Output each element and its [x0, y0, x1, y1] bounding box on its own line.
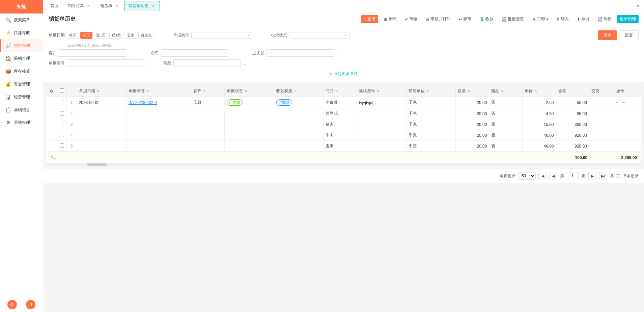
tab-bar: 首页 销售订单 ✕ 销货单 ✕ 销货单历史 ✕ ✕: [43, 0, 644, 12]
date-btn-custom[interactable]: 自定义: [138, 32, 154, 39]
sidebar-item-sales-mgmt[interactable]: 📈 销售管理: [0, 39, 43, 52]
th-docstatus[interactable]: 单据状态⇅: [225, 85, 274, 97]
row-num-3: 4: [66, 130, 77, 141]
tab-home[interactable]: 首页: [46, 1, 63, 11]
per-page-select[interactable]: 50 20 100: [519, 172, 536, 180]
row-unit-4: 千克: [406, 141, 456, 152]
tab-sales-delivery[interactable]: 销货单 ✕: [96, 1, 123, 11]
sidebar-item-base-info[interactable]: 📋 基础信息: [0, 103, 43, 116]
row-checkbox-input-3[interactable]: [60, 133, 64, 137]
abandon-button[interactable]: ↩ 弃审: [456, 15, 474, 23]
collect-button[interactable]: 💲 收款: [477, 15, 496, 23]
horizontal-scrollbar[interactable]: [46, 163, 641, 166]
row-gear-0: [46, 97, 57, 108]
main-content: 首页 销售订单 ✕ 销货单 ✕ 销货单历史 ✕ ✕ 销货单历史 + 新增 🗑 删…: [43, 0, 644, 312]
refresh-button[interactable]: 🔃 刷新: [595, 15, 614, 23]
date-btn-today[interactable]: 今天: [80, 32, 92, 39]
filter-docnum-input[interactable]: [67, 59, 144, 67]
query-button[interactable]: 查询: [598, 30, 617, 40]
warehouse-ellipsis-icon[interactable]: ...: [230, 51, 233, 55]
page-label-suffix: 页: [582, 173, 586, 179]
sidebar-item-quick-nav[interactable]: ⚡ 快捷导航: [0, 26, 43, 39]
sidebar-settings-btn[interactable]: ⚙: [7, 300, 17, 309]
tab-bar-close-all[interactable]: ✕: [635, 3, 641, 9]
unitprice-sort-icon: ⇅: [534, 89, 537, 93]
collect-icon: 💲: [479, 17, 484, 22]
sidebar-bottom: ⚙ ⏸: [0, 297, 43, 312]
row-checkbox-4[interactable]: [57, 141, 66, 152]
sidebar-item-ops-mgmt[interactable]: 📊 经营管理: [0, 90, 43, 103]
row-edit-btn-0[interactable]: ✏: [616, 100, 619, 105]
sidebar-item-inventory[interactable]: 📦 库存核算: [0, 65, 43, 78]
select-all-checkbox[interactable]: [60, 88, 64, 93]
row-docnum-0[interactable]: SA-20230602-0: [126, 97, 191, 108]
print-button[interactable]: 🖨 打印 ▾: [529, 15, 551, 23]
row-checkbox-input-4[interactable]: [60, 144, 64, 148]
th-product[interactable]: 商品⇅: [324, 85, 357, 97]
filter-staff-input[interactable]: [267, 49, 334, 57]
show-detail-button[interactable]: 显示明细: [617, 15, 639, 23]
sidebar-item-search-menu[interactable]: 🔍 搜索菜单: [0, 14, 43, 26]
product-ellipsis-icon[interactable]: ...: [243, 61, 246, 66]
sidebar-item-sys-mgmt[interactable]: ⚙ 系统管理: [0, 116, 43, 129]
row-checkbox-input-1[interactable]: [60, 111, 64, 115]
tab-sales-history[interactable]: 销货单历史 ✕: [124, 1, 160, 11]
date-btn-yesterday[interactable]: 昨天: [67, 32, 79, 39]
date-btn-7days[interactable]: 近7天: [94, 32, 108, 39]
row-more-btn-0[interactable]: ⋯: [621, 100, 625, 105]
sidebar-pause-btn[interactable]: ⏸: [26, 300, 35, 309]
row-checkbox-3[interactable]: [57, 130, 66, 141]
th-date[interactable]: 单据日期⇅: [77, 85, 126, 97]
th-unit[interactable]: 销售单位⇅: [406, 85, 456, 97]
page-first-btn[interactable]: |◀: [538, 172, 547, 180]
sidebar-item-purchase-mgmt[interactable]: 🏠 采购管理: [0, 52, 43, 65]
filter-settings-button[interactable]: 设置: [619, 30, 639, 40]
th-quantity[interactable]: 数量⇅: [456, 85, 489, 97]
filter-doctype-select[interactable]: ▾: [191, 32, 252, 38]
batch-change-button[interactable]: 🔄 批量变更: [499, 15, 527, 23]
th-customer[interactable]: 客户⇅: [191, 85, 225, 97]
tab-sales-delivery-close[interactable]: ✕: [114, 4, 119, 8]
date-btn-more[interactable]: 更多: [125, 32, 137, 39]
row-num-0: 1: [66, 97, 77, 108]
filter-warehouse-input[interactable]: [161, 49, 228, 57]
delete-button[interactable]: 🗑 删除: [381, 15, 399, 23]
add-button[interactable]: + 新增: [361, 15, 378, 23]
row-docnum-4: [126, 141, 191, 152]
row-checkbox-0[interactable]: [57, 97, 66, 108]
import-button[interactable]: ⬆ 导入: [554, 15, 571, 23]
tab-sales-order-close[interactable]: ✕: [86, 4, 91, 8]
row-checkbox-input-2[interactable]: [60, 122, 64, 126]
export-button[interactable]: ⬇ 导出: [574, 15, 592, 23]
th-gift[interactable]: 赠品⇅: [489, 85, 523, 97]
review-button[interactable]: ✔ 审核: [402, 15, 420, 23]
page-last-btn[interactable]: ▶|: [599, 172, 607, 180]
staff-ellipsis-icon[interactable]: ...: [336, 51, 339, 55]
tab-sales-history-close[interactable]: ✕: [151, 4, 156, 8]
tab-sales-order[interactable]: 销售订单 ✕: [63, 1, 95, 11]
filter-customer-input[interactable]: [59, 49, 126, 57]
row-checkbox-2[interactable]: [57, 119, 66, 130]
th-gear[interactable]: ⚙: [46, 85, 57, 97]
th-docnum[interactable]: 单据编号⇅: [126, 85, 191, 97]
date-btn-1month[interactable]: 近1月: [109, 32, 123, 39]
row-checkbox-1[interactable]: [57, 108, 66, 119]
sidebar-item-finance[interactable]: 💰 资金管理: [0, 78, 43, 90]
row-checkbox-input-0[interactable]: [60, 100, 64, 104]
filter-product-input[interactable]: [173, 59, 241, 67]
th-paymentstatus[interactable]: 收款状态⇅: [274, 85, 324, 97]
th-spec[interactable]: 规格型号⇅: [357, 85, 407, 97]
review-print-button[interactable]: 🖨 审核并打印: [423, 15, 453, 23]
th-rownum: [66, 85, 77, 97]
review-print-icon: 🖨: [425, 17, 429, 22]
customer-ellipsis-icon[interactable]: ...: [128, 51, 132, 55]
page-prev-btn[interactable]: ◀: [549, 172, 557, 180]
page-number-input[interactable]: [567, 173, 579, 179]
collapse-filter-button[interactable]: ∧ 收起更多条件: [49, 70, 639, 78]
date-sort-icon: ⇅: [97, 89, 100, 93]
filter-payment-select[interactable]: ▾: [289, 32, 350, 38]
page-next-btn[interactable]: ▶: [588, 172, 596, 180]
th-unitprice[interactable]: 单价⇅: [523, 85, 556, 97]
row-actions-4: [614, 141, 641, 152]
scrollbar-thumb[interactable]: [87, 163, 107, 166]
